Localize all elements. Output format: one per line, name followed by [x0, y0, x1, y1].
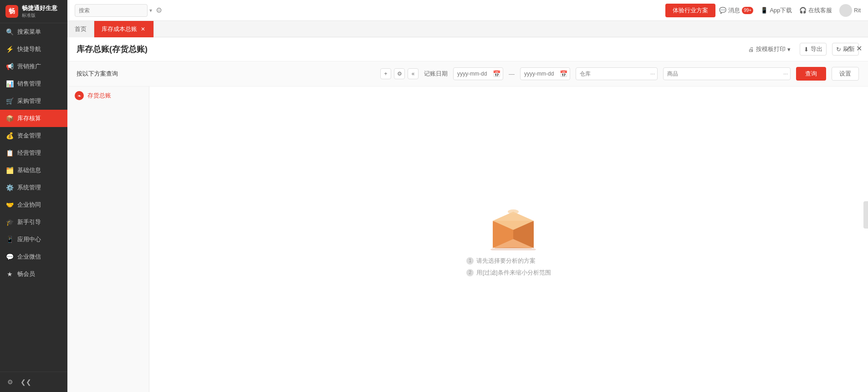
sidebar-item-shortcut[interactable]: ⚡ 快捷导航	[0, 41, 67, 58]
filter-settings-btn[interactable]: ⚙	[394, 68, 405, 79]
filter-scheme-label: 按以下方案查询	[77, 70, 118, 78]
sidebar-item-wechat[interactable]: 💬 企业微信	[0, 248, 67, 265]
filter-add-btn[interactable]: +	[380, 68, 391, 79]
avatar	[839, 4, 852, 17]
sidebar-item-appstore[interactable]: 📱 应用中心	[0, 231, 67, 248]
purchase-icon: 🛒	[5, 97, 14, 105]
finance-icon: 💰	[5, 132, 14, 140]
hint2-text: 用[过滤]条件来缩小分析范围	[476, 267, 551, 279]
scheme-label: 存货总账	[87, 92, 111, 100]
sidebar-search[interactable]: 🔍 搜索菜单	[0, 23, 67, 41]
panel-close-btn[interactable]: ✕	[853, 43, 864, 54]
sidebar-item-enterprise[interactable]: 🤝 企业协同	[0, 196, 67, 214]
sidebar-item-finance[interactable]: 💰 资金管理	[0, 127, 67, 144]
export-btn[interactable]: ⬇ 导出	[800, 43, 827, 56]
tab-close-icon[interactable]: ✕	[140, 26, 146, 32]
step1-num: 1	[466, 257, 474, 265]
main-area: ▾ ⚙ 体验行业方案 💬 消息 99+ 📱 App下载 🎧 在线客服 Rit	[67, 0, 868, 392]
empty-svg	[481, 200, 545, 250]
online-support-btn[interactable]: 🎧 在线客服	[799, 6, 832, 15]
content-body: ❧ 存货总账	[67, 87, 868, 392]
refresh-icon: ↻	[836, 46, 841, 53]
topbar-chevron-icon[interactable]: ▾	[149, 7, 152, 14]
scheme-item[interactable]: ❧ 存货总账	[67, 87, 149, 105]
message-btn[interactable]: 💬 消息 99+	[719, 6, 753, 15]
filter-actions: + ⚙ «	[380, 68, 419, 79]
scheme-icon: ❧	[75, 91, 84, 100]
shortcut-icon: ⚡	[5, 45, 14, 53]
query-btn[interactable]: 查询	[796, 67, 826, 81]
member-icon: ★	[5, 270, 14, 278]
empty-state: 1 请先选择要分析的方案 2 用[过滤]条件来缩小分析范围	[466, 200, 551, 279]
svg-point-5	[508, 209, 519, 214]
filter-collapse-btn[interactable]: «	[408, 68, 419, 79]
sidebar-logo: 畅 畅捷通好生意 标准版	[0, 0, 67, 23]
product-input[interactable]	[663, 67, 791, 80]
sidebar-item-member[interactable]: ★ 畅会员	[0, 265, 67, 283]
hint2-item: 2 用[过滤]条件来缩小分析范围	[466, 267, 551, 279]
sidebar-item-sales[interactable]: 📊 销售管理	[0, 75, 67, 92]
print-template-btn[interactable]: 🖨 按模板打印 ▾	[745, 43, 794, 55]
settings-footer-btn[interactable]: ⚙	[5, 377, 15, 387]
date-end-wrapper: 📅	[520, 67, 570, 80]
operation-icon: 📋	[5, 149, 14, 157]
main-panel: 1 请先选择要分析的方案 2 用[过滤]条件来缩小分析范围	[149, 87, 868, 392]
search-icon: 🔍	[5, 28, 14, 36]
app-download-icon: 📱	[761, 7, 768, 14]
empty-illustration	[481, 200, 536, 246]
sidebar-item-system[interactable]: ⚙️ 系统管理	[0, 179, 67, 196]
collapse-btn[interactable]: ❮❮	[19, 377, 33, 387]
warehouse-input[interactable]	[576, 67, 658, 80]
date-start-wrapper: 📅	[453, 67, 503, 80]
warehouse-wrapper: ···	[576, 67, 658, 80]
message-badge: 99+	[742, 7, 753, 14]
date-dash: —	[509, 71, 515, 77]
sidebar: 畅 畅捷通好生意 标准版 🔍 搜索菜单 ⚡ 快捷导航 📢 营销推广 📊 销售管理…	[0, 0, 67, 392]
date-start-input[interactable]	[453, 67, 503, 80]
tabbar: 首页 库存成本总账 ✕	[67, 21, 868, 37]
sidebar-item-purchase[interactable]: 🛒 采购管理	[0, 92, 67, 110]
sidebar-item-operation[interactable]: 📋 经营管理	[0, 144, 67, 162]
topbar: ▾ ⚙ 体验行业方案 💬 消息 99+ 📱 App下载 🎧 在线客服 Rit	[67, 0, 868, 21]
page-actions: 🖨 按模板打印 ▾ ⬇ 导出 ↻ 刷新	[745, 43, 859, 56]
content-area: 库存总账(存货总账) 🖨 按模板打印 ▾ ⬇ 导出 ↻ 刷新	[67, 37, 868, 392]
tab-home[interactable]: 首页	[67, 21, 94, 37]
hint1-item: 1 请先选择要分析的方案	[466, 255, 551, 267]
right-edge-handle[interactable]	[863, 201, 868, 229]
newbie-icon: 🎓	[5, 218, 14, 226]
support-icon: 🎧	[799, 7, 807, 14]
tab-inventory-cost[interactable]: 库存成本总账 ✕	[94, 21, 154, 37]
panel-resize-btn[interactable]: ⤢	[842, 43, 853, 54]
setting-btn[interactable]: 设置	[832, 67, 859, 81]
filter-row: 按以下方案查询 + ⚙ « 记账日期 📅 — 📅	[77, 67, 859, 81]
print-icon: 🖨	[748, 46, 754, 53]
hint1-text: 请先选择要分析的方案	[476, 255, 536, 267]
basic-icon: 🗂️	[5, 166, 14, 174]
scheme-section: ❧ 存货总账	[67, 87, 149, 392]
user-area[interactable]: Rit	[839, 4, 861, 17]
page-title: 库存总账(存货总账)	[77, 44, 148, 55]
sales-icon: 📊	[5, 80, 14, 88]
page-header: 库存总账(存货总账) 🖨 按模板打印 ▾ ⬇ 导出 ↻ 刷新	[67, 37, 868, 61]
appstore-icon: 📱	[5, 235, 14, 244]
brand-icon: 畅	[5, 5, 18, 18]
topbar-search-input[interactable]	[75, 4, 148, 17]
username-label: Rit	[854, 7, 861, 14]
sidebar-item-marketing[interactable]: 📢 营销推广	[0, 58, 67, 75]
print-chevron-icon: ▾	[787, 46, 791, 53]
topbar-settings-icon[interactable]: ⚙	[154, 4, 164, 16]
system-icon: ⚙️	[5, 183, 14, 192]
industry-btn[interactable]: 体验行业方案	[665, 4, 715, 17]
sidebar-item-inventory[interactable]: 📦 库存核算	[0, 110, 67, 127]
export-icon: ⬇	[804, 46, 809, 53]
sidebar-item-basic[interactable]: 🗂️ 基础信息	[0, 162, 67, 179]
topbar-search-area: ▾ ⚙	[75, 4, 662, 17]
sidebar-item-newbie[interactable]: 🎓 新手引导	[0, 214, 67, 231]
date-end-input[interactable]	[520, 67, 570, 80]
step2-num: 2	[466, 269, 474, 276]
brand-text: 畅捷通好生意 标准版	[22, 5, 57, 18]
enterprise-icon: 🤝	[5, 201, 14, 209]
sidebar-footer: ⚙ ❮❮	[0, 372, 67, 392]
app-download-btn[interactable]: 📱 App下载	[761, 6, 792, 15]
empty-hints: 1 请先选择要分析的方案 2 用[过滤]条件来缩小分析范围	[466, 255, 551, 279]
